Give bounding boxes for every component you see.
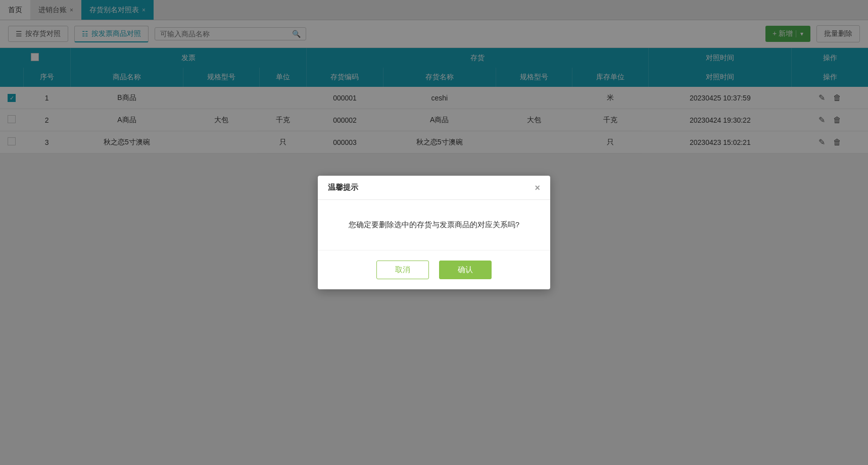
- dialog-overlay: 温馨提示 × 您确定要删除选中的存货与发票商品的对应关系吗? 取消 确认: [0, 0, 868, 153]
